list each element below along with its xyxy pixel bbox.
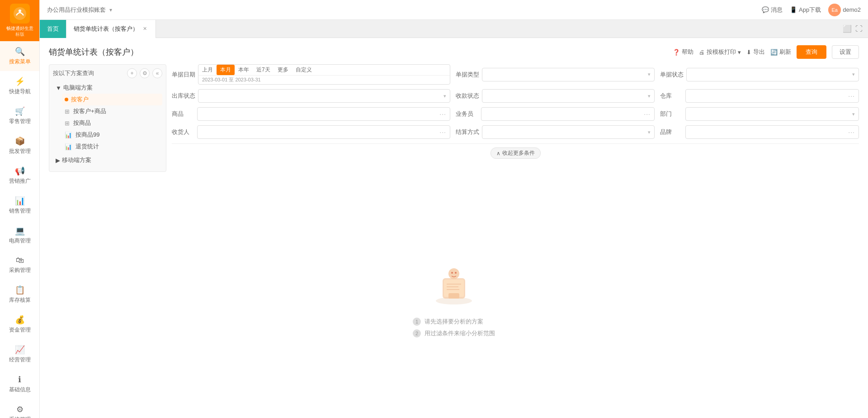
goods-label: 商品: [172, 110, 194, 118]
sidebar-item-retail[interactable]: 🛒 零售管理: [0, 101, 39, 131]
filter-area: 按以下方案查询 + ⚙ « ▼: [40, 59, 868, 177]
expand-icon[interactable]: ⛶: [855, 25, 863, 33]
sidebar-label-inventory: 库存核算: [9, 296, 31, 304]
help-button[interactable]: ❓ 帮助: [673, 48, 693, 56]
settings-button[interactable]: 设置: [832, 45, 859, 59]
sidebar-item-quicknav[interactable]: ⚡ 快捷导航: [0, 71, 39, 101]
svg-point-7: [455, 272, 457, 274]
tip-num-2: 2: [413, 329, 421, 337]
collapse-scheme-button[interactable]: «: [152, 68, 162, 78]
refresh-button[interactable]: 🔄 刷新: [770, 48, 791, 56]
department-control[interactable]: ▾: [685, 107, 859, 121]
avatar-text: Ea: [832, 7, 838, 13]
page-actions: ❓ 帮助 🖨 按模板打印 ▾ ⬇ 导出 🔄 刷新 查询 设置: [673, 45, 859, 59]
date-tabs: 上月 本月 本年 近7天 更多 自定义: [198, 65, 450, 76]
desktop-scheme-parent[interactable]: ▼ 电脑端方案: [53, 82, 162, 94]
add-scheme-button[interactable]: +: [127, 68, 137, 78]
doctype-control[interactable]: ▾: [482, 68, 655, 81]
collapse-button[interactable]: ∧ 收起更多条件: [491, 147, 541, 159]
sidebar-item-inventory[interactable]: 📋 库存核算: [0, 280, 39, 309]
wholesale-icon: 📦: [15, 136, 25, 146]
page-title: 销货单统计表（按客户）: [49, 47, 138, 57]
outstatus-control[interactable]: ▾: [198, 89, 450, 103]
receiptstatus-control[interactable]: ▾: [482, 89, 655, 103]
date-range-control[interactable]: 上月 本月 本年 近7天 更多 自定义 2023-03-01 至 2023-03…: [198, 64, 450, 85]
goods-control[interactable]: ···: [197, 107, 450, 121]
sidebar-item-basicinfo[interactable]: ℹ 基础信息: [0, 369, 39, 399]
home-tab-label: 首页: [47, 25, 59, 33]
mobile-scheme-parent[interactable]: ▶ 移动端方案: [53, 154, 162, 166]
tabs-bar: 首页 销货单统计表（按客户） ✕ ⬜ ⛶: [40, 20, 868, 38]
sidebar-label-quicknav: 快捷导航: [9, 88, 31, 95]
tab-report[interactable]: 销货单统计表（按客户） ✕: [66, 20, 156, 38]
tab-close-button[interactable]: ✕: [141, 25, 148, 33]
sidebar-item-ecommerce[interactable]: 💻 电商管理: [0, 220, 39, 250]
ecommerce-icon: 💻: [15, 226, 25, 236]
user-avatar-area[interactable]: Ea demo2: [828, 4, 861, 16]
doctype-arrow: ▾: [648, 71, 651, 77]
date-tab-custom[interactable]: 自定义: [292, 65, 316, 75]
svg-point-0: [14, 7, 26, 20]
sidebar-item-search[interactable]: 🔍 搜索菜单: [0, 41, 39, 71]
app-download-button[interactable]: 📱 App下载: [790, 6, 821, 14]
sidebar-item-purchase[interactable]: 🛍 采购管理: [0, 250, 39, 280]
date-tab-thisyear[interactable]: 本年: [235, 65, 253, 75]
purchase-icon: 🛍: [16, 256, 24, 265]
warehouse-control[interactable]: ···: [685, 89, 859, 103]
date-tab-thismonth[interactable]: 本月: [217, 65, 235, 75]
sidebar-item-system[interactable]: ⚙ 系统管理: [0, 399, 39, 418]
payment-control[interactable]: ▾: [482, 125, 655, 139]
sidebar-menu: 🔍 搜索菜单 ⚡ 快捷导航 🛒 零售管理 📦 批发管理 📢 营销推广 📊 销售管…: [0, 41, 39, 418]
sidebar-item-wholesale[interactable]: 📦 批发管理: [0, 131, 39, 161]
salesman-control[interactable]: ···: [481, 107, 655, 121]
filter-row-1: 单据日期 上月 本月 本年 近7天 更多 自定义 2023-03-01 至 20…: [172, 64, 859, 85]
sidebar-item-marketing[interactable]: 📢 营销推广: [0, 161, 39, 190]
sidebar-item-operation[interactable]: 📈 经营管理: [0, 339, 39, 369]
scheme-label-customer: 按客户: [71, 95, 89, 104]
sidebar-item-finance[interactable]: 💰 资金管理: [0, 309, 39, 339]
docstatus-control[interactable]: ▾: [686, 68, 859, 81]
filter-item-goods: 商品 ···: [172, 107, 450, 121]
export-button[interactable]: ⬇ 导出: [746, 48, 765, 56]
print-button[interactable]: 🖨 按模板打印 ▾: [699, 48, 741, 56]
brand-more: ···: [848, 128, 855, 136]
query-button[interactable]: 查询: [797, 45, 826, 59]
sidebar-label-wholesale: 批发管理: [9, 147, 31, 155]
date-tab-lastmonth[interactable]: 上月: [198, 65, 217, 75]
tab-home[interactable]: 首页: [40, 20, 66, 38]
date-tab-7days[interactable]: 近7天: [253, 65, 274, 75]
settings-scheme-button[interactable]: ⚙: [140, 68, 150, 78]
basicinfo-icon: ℹ: [18, 375, 21, 385]
sidebar-label-system: 系统管理: [9, 416, 31, 418]
consignee-more: ···: [439, 128, 446, 136]
date-tab-more[interactable]: 更多: [274, 65, 292, 75]
operation-icon: 📈: [15, 345, 25, 355]
scheme-item-goods99[interactable]: 📊 按商品99: [62, 129, 162, 141]
filter-item-payment: 结算方式 ▾: [456, 125, 655, 139]
active-dot: [65, 98, 68, 101]
tip-text-1: 请先选择要分析的方案: [425, 318, 483, 326]
minimize-icon[interactable]: ⬜: [843, 24, 852, 33]
logo-subtitle: 标版: [15, 31, 24, 38]
docstatus-arrow: ▾: [852, 71, 855, 77]
topbar-dropdown-arrow[interactable]: ▾: [109, 7, 112, 13]
scheme-item-customer-goods[interactable]: ⊞ 按客户+商品: [62, 105, 162, 117]
settings-scheme-icon: ⚙: [142, 70, 147, 76]
scheme-item-return[interactable]: 📊 退货统计: [62, 141, 162, 152]
export-icon: ⬇: [746, 49, 751, 56]
scheme-item-customer[interactable]: 按客户: [62, 94, 162, 105]
collapse-bar: ∧ 收起更多条件: [172, 143, 859, 162]
warehouse-label: 仓库: [660, 92, 683, 100]
scheme-icon-1: ⊞: [65, 108, 70, 115]
sidebar-label-finance: 资金管理: [9, 326, 31, 334]
logo-text: 畅捷通好生意: [6, 25, 33, 31]
consignee-control[interactable]: ···: [197, 125, 450, 139]
scheme-icon-4: 📊: [65, 143, 72, 150]
topbar: 办公用品行业模拟账套 ▾ 💬 消息 📱 App下载 Ea demo2: [40, 0, 868, 20]
app-download-icon: 📱: [790, 6, 797, 13]
filter-item-outstatus: 出库状态 ▾: [172, 89, 450, 103]
brand-control[interactable]: ···: [685, 125, 859, 139]
message-button[interactable]: 💬 消息: [762, 6, 783, 14]
scheme-item-goods[interactable]: ⊞ 按商品: [62, 117, 162, 129]
sidebar-item-sales[interactable]: 📊 销售管理: [0, 190, 39, 220]
